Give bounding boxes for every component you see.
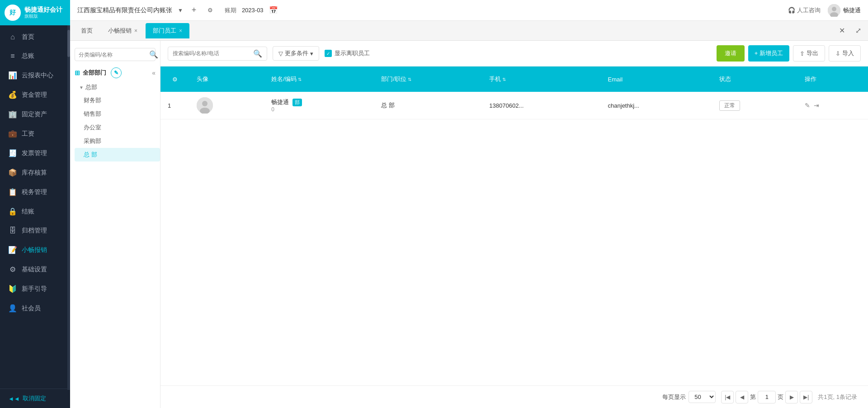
dept-expand-icon: ▼ [79,85,84,90]
col-phone[interactable]: 手机 [482,66,600,92]
user-avatar-svg [828,4,840,17]
dept-item-office[interactable]: 办公室 [75,121,160,134]
tab-home-label: 首页 [81,27,93,35]
sidebar-item-reports-label: 云报表中心 [22,71,53,80]
sidebar-item-archive[interactable]: 🗄 归档管理 [0,221,70,240]
table-settings-gear[interactable]: ⚙ [168,72,182,86]
sidebar-item-ledger[interactable]: ≡ 总账 [0,47,70,66]
row-avatar [189,92,264,119]
col-dept[interactable]: 部门/职位 [374,66,482,92]
salary-icon: 💼 [8,129,17,138]
sidebar-item-assets-label: 固定资产 [22,110,47,119]
dept-item-purchase[interactable]: 采购部 [75,134,160,148]
status-badge: 正常 [719,100,740,111]
employee-avatar [197,97,213,114]
export-icon: ⇧ [800,50,805,57]
company-name: 江西服宝精品有限责任公司内账张 [77,6,172,14]
invite-button[interactable]: 邀请 [717,45,745,62]
dept-search-input[interactable] [79,52,146,58]
page-suffix: 页 [778,393,783,401]
employee-search-box: 🔍 [168,47,267,61]
sidebar-item-settings[interactable]: ⚙ 基础设置 [0,260,70,279]
page-input[interactable] [758,391,776,403]
company-dropdown-button[interactable]: ▼ [178,7,183,14]
tab-expense[interactable]: 小畅报销 × [101,23,145,38]
tab-expense-close[interactable]: × [134,28,137,34]
dept-panel: 🔍 ⊞ 全部部门 ✎ « ▼ 总部 财务部 销售部 办公室 采购部 总 部 [70,41,160,408]
sidebar-item-expense[interactable]: 📝 小畅报销 [0,240,70,260]
tab-dept-close[interactable]: × [179,28,182,34]
sidebar-scroll-thumb [67,30,70,57]
topbar: 江西服宝精品有限责任公司内账张 ▼ + ⚙ 账期 2023-03 📅 🎧 人工咨… [70,0,868,21]
sidebar-item-inventory[interactable]: 📦 库存核算 [0,163,70,182]
per-page-dropdown[interactable]: 50 100 [689,391,716,403]
employee-search-icon: 🔍 [253,49,262,58]
filter-button[interactable]: ▽ 更多条件 ▾ [273,46,319,61]
edit-button[interactable]: ✎ [805,102,810,109]
sidebar-item-invoice[interactable]: 🧾 发票管理 [0,143,70,163]
sidebar-item-assets[interactable]: 🏢 固定资产 [0,104,70,124]
sidebar-item-archive-label: 归档管理 [22,227,47,235]
import-button[interactable]: ⇩ 导入 [829,45,861,62]
home-icon: ⌂ [8,33,17,41]
dept-item-general[interactable]: 总 部 [75,148,160,161]
topbar-settings-button[interactable]: ⚙ [205,5,216,16]
per-page-label: 每页显示 [662,393,686,401]
export-button[interactable]: ⇧ 导出 [793,45,825,62]
sidebar-item-tax-label: 税务管理 [22,188,47,196]
dept-all-label: 全部部门 [83,69,106,77]
add-employee-button[interactable]: + 新增员工 [748,45,789,62]
sidebar-item-salary[interactable]: 💼 工资 [0,124,70,143]
col-status: 状态 [712,66,798,92]
col-name[interactable]: 姓名/编码 [264,66,374,92]
table-body: 1 [160,92,868,119]
col-action: 操作 [797,66,868,92]
topbar-right: 🎧 人工咨询 畅捷通 [788,4,861,17]
sidebar-item-funds[interactable]: 💰 资金管理 [0,85,70,104]
tab-fullscreen-button[interactable]: ⤢ [852,24,864,37]
page-total: 共1页, 1条记录 [818,393,857,401]
support-button[interactable]: 🎧 人工咨询 [788,6,821,14]
show-resigned-checkbox[interactable]: ✓ [325,50,332,57]
dept-search-box: 🔍 [75,48,156,61]
page-last-button[interactable]: ▶| [800,391,812,403]
sidebar-item-reports[interactable]: 📊 云报表中心 [0,66,70,85]
tab-dept[interactable]: 部门员工 × [146,23,189,38]
dept-root-label: 总部 [85,83,97,91]
page-next-button[interactable]: ▶ [785,391,798,403]
toolbar-actions: 邀请 + 新增员工 ⇧ 导出 ⇩ 导入 [717,45,861,62]
guide-icon: 🔰 [8,285,17,293]
page-prev-button[interactable]: ◀ [736,391,748,403]
dept-collapse-button[interactable]: « [152,69,156,76]
action-buttons: ✎ ⇥ [805,102,861,109]
sidebar-scrollbar[interactable] [67,25,70,390]
sidebar-item-tax[interactable]: 📋 税务管理 [0,182,70,202]
user-info[interactable]: 畅捷通 [828,4,861,17]
dept-item-sales[interactable]: 销售部 [75,107,160,121]
sidebar-item-guide[interactable]: 🔰 新手引导 [0,279,70,299]
employee-search-input[interactable] [173,50,250,57]
tab-close-window-button[interactable]: ✕ [835,24,848,37]
sidebar-nav: ⌂ 首页 ≡ 总账 📊 云报表中心 💰 资金管理 🏢 固定资产 💼 工资 🧾 发… [0,25,70,389]
headset-icon: 🎧 [788,7,795,14]
sidebar-item-ledger-label: 总账 [22,52,34,60]
logout-button[interactable]: ⇥ [814,102,819,109]
add-company-button[interactable]: + [189,5,199,16]
employee-email: chanjethkj... [608,102,639,109]
calendar-icon[interactable]: 📅 [269,6,278,14]
archive-icon: 🗄 [8,227,17,235]
dept-edit-button[interactable]: ✎ [111,67,122,78]
tab-home[interactable]: 首页 [74,23,100,38]
dept-item-finance[interactable]: 财务部 [75,94,160,107]
sidebar-item-more[interactable]: 👤 社会员 [0,299,70,318]
tab-expense-label: 小畅报销 [108,27,132,35]
row-status: 正常 [712,92,798,119]
sidebar-item-closing[interactable]: 🔒 结账 [0,202,70,221]
unpin-button[interactable]: ◄◄ 取消固定 [0,389,70,408]
sidebar-item-home[interactable]: ⌂ 首页 [0,28,70,47]
closing-icon: 🔒 [8,207,17,216]
page-first-button[interactable]: |◀ [721,391,734,403]
col-settings[interactable]: ⚙ [160,66,189,92]
show-resigned-label: 显示离职员工 [335,49,370,57]
logo-text-area: 畅捷通好会计 旗舰版 [24,6,62,20]
